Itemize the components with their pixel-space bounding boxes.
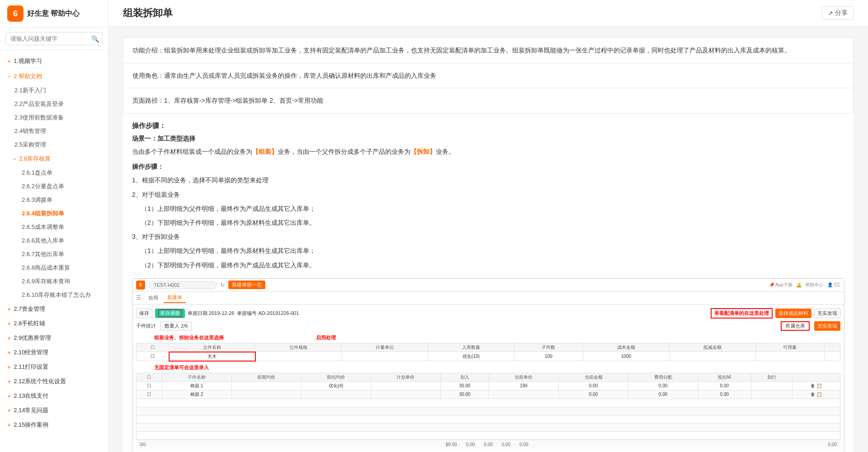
ss-td-avail — [755, 352, 824, 361]
annotation-row: 组装业务、拆卸业务在这里选择 启用处理 — [136, 333, 840, 341]
ss-confirm-btn[interactable]: 充实发现 — [814, 309, 840, 318]
screenshot-container: 6 TEST-H002 ↻ 新建单据一览 📌 App下载 🔔 帮助中心 👤 CC… — [132, 278, 844, 452]
ss-top-table: ☐ 父件名称 父件规格 计量单位 入库数量 子件数 成本金额 抵减金额 可用量 — [136, 343, 840, 362]
ss-bth-deduct: 抵扣M — [698, 373, 751, 381]
intro-block-1: 功能介绍：组装拆卸单用来处理企业组装或拆卸等加工业务，支持有固定装配清单的产品加… — [123, 38, 854, 63]
ss-btd-curr-avg: 优化(4) — [301, 381, 371, 390]
plus-2-8: + — [7, 320, 11, 327]
ss-save-btn[interactable]: 保存 — [136, 309, 152, 318]
ss-footer-amt4: 0.00 — [502, 442, 510, 447]
ss-btd-name-2: 椅面 2 — [162, 390, 231, 399]
sidebar-item-inventory[interactable]: − 2.6库存核算 — [0, 152, 108, 166]
sidebar-item-2-9[interactable]: + 2.9优惠券管理 — [0, 331, 108, 345]
ss-td-cost: 1000 — [583, 352, 669, 361]
annotation-1: 有装配清单的在这里处理 — [711, 308, 773, 319]
sidebar-item-2-6-7[interactable]: 2.6.7其他出库单 — [0, 247, 108, 261]
sidebar-item-newcomer[interactable]: 2.1新手入门 — [0, 84, 108, 97]
ss-tab-new[interactable]: 新建单 — [164, 293, 186, 303]
content-area: 功能介绍：组装拆卸单用来处理企业组装或拆卸等加工业务，支持有固定装配清单的产品加… — [108, 27, 868, 452]
step-3-1: （1）上部明细为父件明细，最终作为原材料生成其它出库单； — [132, 245, 844, 257]
annotation-2: 组装业务、拆卸业务在这里选择 — [154, 335, 224, 340]
sidebar-item-sales[interactable]: 2.4销售管理 — [0, 124, 108, 138]
sidebar-item-2-7[interactable]: + 2.7资金管理 — [0, 302, 108, 316]
ss-td-deduct — [669, 352, 755, 361]
ss-tab-home[interactable]: 自用 — [145, 293, 162, 303]
ss-url-bar: TEST-H002 — [149, 281, 217, 289]
sidebar-item-2-14[interactable]: + 2.14常见问题 — [0, 403, 108, 418]
intro-block-3: 页面路径：1、库存核算->库存管理->组装拆卸单 2、首页->常用功能 — [123, 88, 854, 114]
sidebar-item-video[interactable]: + 1.视频学习 — [0, 54, 108, 68]
sidebar-item-2-13[interactable]: + 2.13在线支付 — [0, 389, 108, 403]
sidebar-item-install[interactable]: 2.2产品安装及登录 — [0, 97, 108, 111]
sidebar-item-2-6-5[interactable]: 2.6.5成本调整单 — [0, 220, 108, 234]
sidebar-item-2-6-1[interactable]: 2.6.1盘点单 — [0, 166, 108, 180]
keyword-assemble: 【组装】 — [252, 148, 278, 155]
step-2-2: （2）下部明细为子件明细，最终作为原材料生成其它出库单。 — [132, 217, 844, 228]
share-button[interactable]: ↗ 分享 — [822, 6, 854, 20]
ss-btd-act2: 🗑 📋 — [792, 390, 840, 399]
nav-section-video: + 1.视频学习 — [0, 54, 108, 68]
ss-th-cost: 成本金额 — [583, 343, 669, 352]
ss-app-logo: 6 — [136, 281, 145, 290]
ss-td-unit — [342, 352, 428, 361]
ss-btd-cp2 — [489, 390, 558, 399]
ss-footer-amt5: 0.00 — [519, 442, 528, 447]
search-icon[interactable]: 🔍 — [91, 35, 99, 43]
main-header: 组装拆卸单 ↗ 分享 — [108, 0, 868, 27]
ss-td-fname: 关木 — [169, 352, 255, 361]
sidebar-item-2-12[interactable]: + 2.12系统个性化设置 — [0, 374, 108, 389]
collapse-icon: − — [7, 73, 11, 80]
table-row — [137, 407, 840, 415]
ss-th-fname: 父件名称 — [169, 343, 255, 352]
sidebar-item-2-10[interactable]: + 2.10经营管理 — [0, 345, 108, 360]
sidebar-item-2-6-8[interactable]: 2.6.8商品成本重算 — [0, 261, 108, 275]
ss-btd-check-2: ☐ — [137, 390, 162, 399]
ss-td-child-count: 100 — [514, 352, 583, 361]
app-logo: 6 — [7, 5, 24, 22]
sidebar-item-data[interactable]: 2.3使用前数据准备 — [0, 111, 108, 124]
sidebar-item-purchase[interactable]: 2.5采购管理 — [0, 138, 108, 152]
plus-2-13: + — [7, 392, 11, 400]
sidebar-item-2-6-3[interactable]: 2.6.3调拨单 — [0, 193, 108, 207]
ss-btd-plan — [371, 381, 440, 390]
ops-section: 操作步骤： 场景一：加工类型选择 当由多个子件材料组装成一个成品的业务为【组装】… — [123, 114, 854, 452]
ss-new-btn[interactable]: 新建单据一览 — [228, 281, 265, 289]
plus-2-14: + — [7, 407, 11, 414]
ops-title: 操作步骤： — [132, 122, 844, 130]
sidebar-item-2-6-10[interactable]: 2.6.10库存账本错了怎么办 — [0, 288, 108, 302]
app-title: 好生意 帮助中心 — [27, 9, 80, 19]
ss-btd-row — [751, 381, 792, 390]
ss-form-area: 保存 库存调拨 单据日期 2019-12-26 单据编号 AD-20191226… — [132, 305, 844, 452]
ss-btd-cprice: 180 — [489, 381, 558, 390]
sidebar-item-2-6-2[interactable]: 2.6.2分量盘点单 — [0, 180, 108, 193]
sidebar-item-2-6-9[interactable]: 2.6.9库存账本查询 — [0, 275, 108, 288]
ss-bth-prev-avg: 前期均价 — [231, 373, 301, 381]
sidebar-item-2-6-4[interactable]: 2.6.4组装拆卸单 — [0, 207, 108, 220]
ss-btd-plan2 — [371, 390, 440, 399]
ss-btd-camt: 0.00 — [558, 381, 628, 390]
sidebar-item-2-15[interactable]: + 2.15操作案例 — [0, 418, 108, 432]
ss-select-material-btn[interactable]: 选择成品材料 — [775, 309, 811, 318]
intro-text-1: 功能介绍：组装拆卸单用来处理企业组装或拆卸等加工业务，支持有固定装配清单的产品加… — [132, 47, 791, 54]
ss-approve-btn[interactable]: 充实发现 — [814, 321, 840, 331]
ss-footer-pages: 0/0 — [140, 442, 146, 447]
plus-2-10: + — [7, 349, 11, 356]
ss-footer: 0/0 $9.00 0.00 0.00 0.00 0.00 0.00 — [136, 440, 840, 449]
sidebar-item-docs[interactable]: − 2.帮助文档 — [0, 69, 108, 84]
plus-2-9: + — [7, 334, 11, 342]
ss-bottom-table: ☐ 子件名称 前期均价 前结均价 计划单价 划入 当前单价 当前金额 费用分配 — [136, 373, 840, 440]
sidebar-item-2-11[interactable]: + 2.11打印设置 — [0, 360, 108, 374]
intro-text-3: 页面路径：1、库存核算->库存管理->组装拆卸单 2、首页->常用功能 — [132, 97, 323, 104]
ss-td-fspec — [255, 352, 342, 361]
ss-subfields: 子件统计 数量人 2/6 所属仓库 充实发现 — [136, 321, 840, 331]
sidebar-item-2-8[interactable]: + 2.8手机旺辅 — [0, 316, 108, 331]
plus-2-11: + — [7, 363, 11, 371]
ss-type-btn[interactable]: 库存调拨 — [155, 309, 185, 318]
sidebar-header: 6 好生意 帮助中心 — [0, 0, 108, 28]
table-row — [137, 431, 840, 439]
nav-list: + 1.视频学习 − 2.帮助文档 2.1新手入门 2.2产品安装及登录 2.3… — [0, 50, 108, 452]
search-input[interactable] — [5, 32, 103, 45]
ss-num-label: 单据编号 AD-20191226-001 — [237, 310, 299, 317]
ss-th-fspec: 父件规格 — [255, 343, 342, 352]
sidebar-item-2-6-6[interactable]: 2.6.6其他入库单 — [0, 234, 108, 247]
